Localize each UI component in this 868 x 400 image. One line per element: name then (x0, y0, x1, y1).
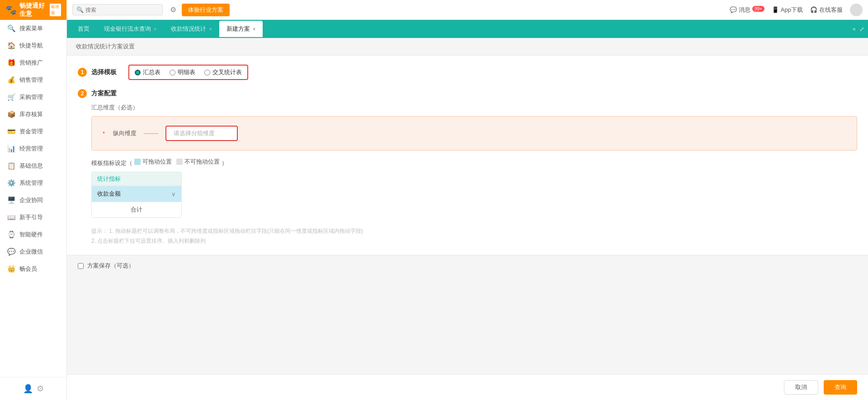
tab-bank-flow[interactable]: 现金银行流水查询 × (97, 21, 164, 37)
sidebar-item-smart-hw[interactable]: ⌚ 智能硬件 (0, 226, 66, 243)
sidebar-item-member[interactable]: 👑 畅会员 (0, 260, 66, 278)
radio-summary-input[interactable] (135, 70, 141, 75)
step1-block: 1 选择模板 汇总表 明细表 交叉统计表 (78, 65, 857, 80)
sidebar-item-search-menu[interactable]: 🔍 搜索菜单 (0, 20, 66, 37)
book-icon: 📖 (7, 213, 16, 221)
page-title: 收款情况统计方案设置 (67, 38, 868, 56)
sidebar-item-inventory[interactable]: 📦 库存核算 (0, 106, 66, 123)
step2-number: 2 (78, 89, 87, 98)
sidebar-label-wechat: 企业微信 (19, 248, 43, 256)
search-input[interactable] (85, 7, 153, 13)
sidebar-bottom-icons[interactable]: 👤 ⚙ (0, 381, 66, 396)
industry-btn[interactable]: 体验行业方案 (182, 4, 230, 16)
search-icon: 🔍 (7, 24, 16, 33)
sidebar-item-marketing[interactable]: 🎁 营销推广 (0, 54, 66, 71)
window-close-icon[interactable]: × (852, 26, 856, 33)
tips-area: 提示： 1. 拖动标题栏可以调整布局，不可跨维度或指标区域拖动栏目字段(只能在同… (91, 226, 857, 246)
tab-collection-stat-close[interactable]: × (209, 26, 212, 32)
vertical-dim-label: 纵向维度 (113, 129, 137, 137)
radio-summary[interactable]: 汇总表 (135, 68, 160, 76)
monitor-icon: 🖥️ (7, 196, 16, 204)
radio-detail[interactable]: 明细表 (170, 68, 195, 76)
indicator-table-footer: 合计 (92, 202, 181, 217)
sidebar-label-operations: 经营管理 (19, 145, 43, 153)
indicator-settings: 模板指标设定（ 可拖动位置 不可拖动位置 ） 统 (91, 158, 857, 219)
query-button[interactable]: 查询 (824, 380, 857, 395)
clipboard-icon: 📋 (7, 162, 16, 170)
sidebar-item-newbie[interactable]: 📖 新手引导 (0, 209, 66, 226)
message-label: 消息 (739, 6, 750, 14)
indicator-table: 统计指标 收款金额 ∨ 合计 (91, 172, 182, 218)
tab-collection-stat[interactable]: 收款情况统计 × (164, 21, 219, 37)
indicator-header: 模板指标设定（ 可拖动位置 不可拖动位置 ） (91, 158, 857, 167)
sidebar-item-quick-nav[interactable]: 🏠 快捷导航 (0, 37, 66, 54)
app-label: App下载 (781, 6, 803, 14)
radio-detail-label: 明细表 (178, 68, 195, 76)
sidebar-bottom: 👤 ⚙ (0, 377, 66, 400)
sidebar-item-wechat[interactable]: 💬 企业微信 (0, 243, 66, 260)
sidebar-item-sales[interactable]: 💰 销售管理 (0, 71, 66, 89)
sidebar-item-basic-info[interactable]: 📋 基础信息 (0, 157, 66, 174)
logo-icon: 🐾 (5, 5, 17, 15)
person-icon: 👤 (23, 384, 33, 394)
step2-label: 方案配置 (91, 89, 117, 98)
radio-cross-input[interactable] (204, 70, 210, 75)
sidebar-label-quick-nav: 快捷导航 (19, 42, 43, 50)
app-download-btn[interactable]: 📱 App下载 (772, 6, 803, 14)
sidebar-item-system[interactable]: ⚙️ 系统管理 (0, 174, 66, 192)
app-icon: 📱 (772, 6, 779, 13)
footer-bar: 取消 查询 (67, 374, 868, 400)
tab-bank-flow-label: 现金银行流水查询 (104, 25, 151, 33)
sidebar-item-purchase[interactable]: 🛒 采购管理 (0, 89, 66, 106)
save-plan-checkbox[interactable] (78, 263, 84, 269)
headset-icon: 🎧 (810, 6, 817, 13)
cancel-button[interactable]: 取消 (784, 380, 818, 395)
gift-icon: 🎁 (7, 59, 16, 67)
indicator-table-cell[interactable]: 收款金额 ∨ (92, 186, 181, 202)
message-icon: 💬 (730, 6, 737, 13)
tabs-bar: 首页 现金银行流水查询 × 收款情况统计 × 新建方案 × × ⤢ (67, 20, 868, 38)
logo-badge: 标准版 (50, 4, 61, 16)
required-mark: * (103, 130, 105, 137)
tab-bank-flow-close[interactable]: × (154, 26, 156, 32)
sidebar-label-system: 系统管理 (19, 179, 43, 187)
radio-detail-input[interactable] (170, 70, 175, 75)
user-avatar[interactable] (850, 4, 863, 16)
sidebar-item-operations[interactable]: 📊 经营管理 (0, 140, 66, 157)
step2-block: 2 方案配置 (78, 89, 857, 98)
logo-text: 畅捷通好生意 (19, 2, 47, 18)
sidebar-label-member: 畅会员 (19, 265, 37, 273)
sidebar-item-enterprise[interactable]: 🖥️ 企业协同 (0, 192, 66, 209)
cell-dropdown-icon[interactable]: ∨ (171, 191, 176, 198)
watch-icon: ⌚ (7, 231, 16, 239)
gear-settings-icon[interactable]: ⚙ (170, 5, 176, 14)
sidebar-label-marketing: 营销推广 (19, 59, 43, 67)
indicator-title: 模板指标设定（ 可拖动位置 不可拖动位置 ） (91, 158, 227, 167)
chat-icon: 💬 (7, 248, 16, 256)
tab-new-plan[interactable]: 新建方案 × (219, 21, 263, 37)
service-btn[interactable]: 🎧 在线客服 (810, 6, 843, 14)
sidebar-item-capital[interactable]: 💳 资金管理 (0, 123, 66, 140)
dimension-row: * 纵向维度 —— 请选择分组维度 (103, 126, 846, 141)
sidebar-logo: 🐾 畅捷通好生意 标准版 (0, 0, 66, 20)
sidebar-label-smart-hw: 智能硬件 (19, 231, 43, 239)
message-btn[interactable]: 💬 消息 99+ (730, 6, 764, 14)
dimension-title: 汇总维度（必选） (91, 104, 857, 112)
settings-icon: ⚙ (37, 384, 44, 394)
radio-cross[interactable]: 交叉统计表 (204, 68, 242, 76)
step1-number: 1 (78, 68, 87, 77)
save-plan-label[interactable]: 方案保存（可选） (87, 262, 134, 270)
indicator-table-header: 统计指标 (92, 172, 181, 186)
step1-label: 选择模板 (91, 68, 117, 76)
topbar: 🔍 ⚙ 体验行业方案 💬 消息 99+ 📱 App下载 🎧 在线客服 (67, 0, 868, 20)
tabs-right-controls: × ⤢ (852, 26, 864, 33)
topbar-search[interactable]: 🔍 (72, 4, 163, 15)
tab-home[interactable]: 首页 (71, 22, 97, 36)
tab-new-plan-close[interactable]: × (253, 26, 255, 32)
dim-select[interactable]: 请选择分组维度 (165, 126, 238, 141)
content-area: 收款情况统计方案设置 1 选择模板 汇总表 明细表 (67, 38, 868, 374)
home-icon: 🏠 (7, 42, 16, 50)
tip1: 提示： 1. 拖动标题栏可以调整布局，不可跨维度或指标区域拖动栏目字段(只能在同… (91, 226, 857, 236)
topbar-search-icon: 🔍 (76, 6, 84, 13)
window-maximize-icon[interactable]: ⤢ (859, 26, 864, 33)
